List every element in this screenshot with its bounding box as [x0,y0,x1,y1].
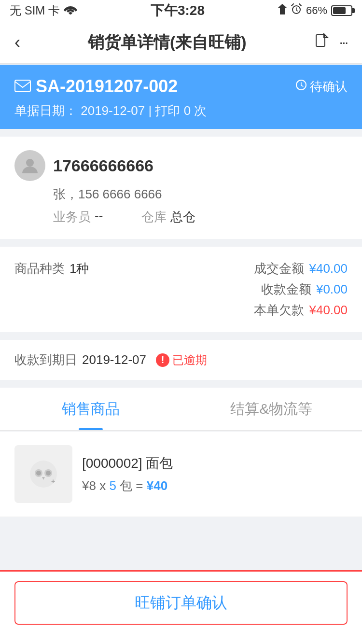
due-date-label: 收款到期日 [14,351,77,368]
tabs-container: 销售商品 结算&物流等 [0,388,362,431]
salesperson-value: -- [95,209,103,225]
order-header: SA-20191207-002 待确认 单据日期： 2019-12-07 | 打… [0,65,362,129]
warehouse-label: 仓库 [141,209,167,225]
product-price: ¥8 x 5 包 = ¥40 [82,477,348,494]
status-bar-right: 66% [278,3,352,18]
receipt-amount-label: 收款金额 [261,281,311,298]
status-bar-left: 无 SIM 卡 [10,3,77,18]
customer-card: 17666666666 张，156 6666 6666 业务员 -- 仓库 总仓 [0,137,362,239]
svg-rect-2 [15,80,30,92]
product-name: [0000002] 面包 [82,454,348,473]
confirm-btn-wrapper: 旺铺订单确认 [0,570,362,644]
alarm-icon [291,3,302,18]
clock-icon [295,79,307,94]
confirm-order-button[interactable]: 旺铺订单确认 [14,581,348,625]
due-date-value: 2019-12-07 [82,352,146,367]
svg-point-9 [46,471,51,476]
deal-amount-label: 成交金额 [254,260,304,277]
status-bar-time: 下午3:28 [151,1,205,20]
more-icon[interactable]: ··· [339,35,348,50]
debt-amount-value: ¥40.00 [309,303,348,318]
product-qty: 5 [109,478,116,493]
due-date-card: 收款到期日 2019-12-07 ! 已逾期 [0,340,362,380]
order-date: 单据日期： 2019-12-07 | 打印 0 次 [14,102,348,119]
deal-amount-value: ¥40.00 [309,261,348,276]
tab-products[interactable]: 销售商品 [0,388,181,430]
order-envelope-icon [14,76,31,97]
avatar [14,150,45,181]
nav-bar: ‹ 销货单详情(来自旺铺) ··· [0,21,362,64]
overdue-warning-icon: ! [156,353,169,367]
receipt-amount-value: ¥0.00 [316,282,348,297]
product-item: + [0000002] 面包 ¥8 x 5 包 = ¥40 [0,432,362,517]
order-number: SA-20191207-002 [14,76,178,97]
customer-info: 张，156 6666 6666 [53,186,348,203]
wifi-icon [64,4,77,17]
status-bar: 无 SIM 卡 下午3:28 66% [0,0,362,21]
product-image: + [14,445,72,503]
nav-actions: ··· [314,33,348,52]
order-status: 待确认 [295,78,348,95]
amount-summary: 成交金额 ¥40.00 收款金额 ¥0.00 本单欠款 ¥40.00 [254,260,348,319]
battery-icon [331,5,352,16]
share-icon[interactable] [314,33,330,52]
product-list: + [0000002] 面包 ¥8 x 5 包 = ¥40 [0,432,362,517]
product-total: ¥40 [147,478,167,493]
product-info: [0000002] 面包 ¥8 x 5 包 = ¥40 [82,454,348,494]
product-type-value: 1种 [70,260,89,277]
overdue-text: 已逾期 [172,352,207,368]
debt-amount-label: 本单欠款 [254,302,304,319]
product-type-label: 商品种类 [14,260,65,277]
customer-phone: 17666666666 [53,156,153,175]
battery-percentage: 66% [306,4,327,17]
warehouse-value: 总仓 [170,209,195,225]
svg-point-8 [36,471,41,476]
back-button[interactable]: ‹ [14,32,20,53]
location-icon [278,4,287,17]
carrier-text: 无 SIM 卡 [10,3,60,18]
salesperson-label: 业务员 [53,209,91,225]
tab-settlement[interactable]: 结算&物流等 [181,388,362,430]
summary-card: 商品种类 1种 成交金额 ¥40.00 收款金额 ¥0.00 本单欠款 ¥40.… [0,247,362,332]
overdue-badge: ! 已逾期 [156,352,207,368]
svg-text:+: + [51,477,55,485]
customer-meta: 业务员 -- 仓库 总仓 [53,209,348,225]
page-title: 销货单详情(来自旺铺) [88,31,247,54]
svg-point-4 [26,159,34,167]
